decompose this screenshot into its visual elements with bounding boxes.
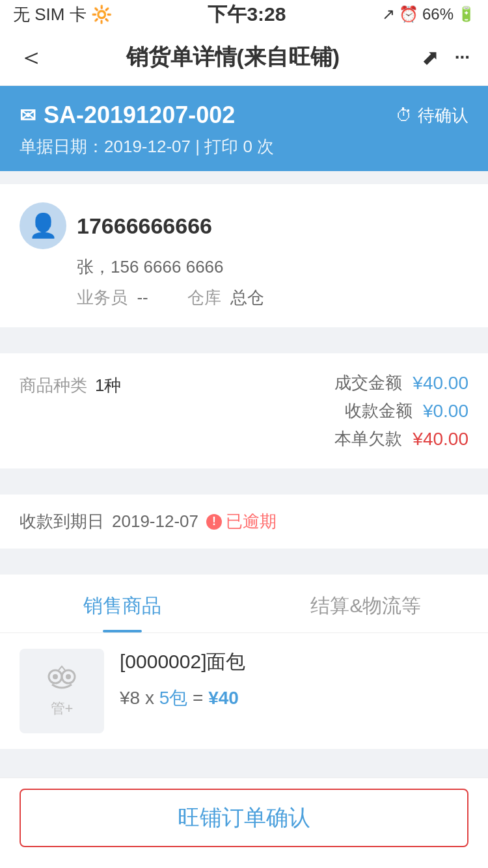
product-info: [0000002]面包 ¥8 x 5包 = ¥40: [120, 649, 468, 711]
due-amount: ¥40.00: [413, 429, 468, 450]
warehouse-label: 仓库 总仓: [187, 286, 264, 309]
total-text: ¥40: [208, 688, 239, 708]
status-time: 下午3:28: [208, 1, 286, 28]
order-header-card: ✉ SA-20191207-002 ⏱ 待确认 单据日期：2019-12-07 …: [0, 86, 488, 171]
summary-row: 商品种类 1种 成交金额 ¥40.00 收款金额 ¥0.00 本单欠款 ¥40.…: [20, 372, 468, 450]
nav-right: ⬈ ···: [422, 45, 470, 70]
bottom-btn-wrap: 旺铺订单确认: [0, 778, 488, 868]
status-right: ↗ ⏰ 66% 🔋: [382, 5, 475, 23]
customer-phone: 17666666666: [77, 213, 212, 239]
thumb-inner: 管+: [42, 664, 81, 718]
due-date-label: 收款到期日: [20, 510, 104, 533]
received-amount: ¥0.00: [423, 401, 468, 422]
summary-section: 商品种类 1种 成交金额 ¥40.00 收款金额 ¥0.00 本单欠款 ¥40.…: [0, 353, 488, 468]
quantity-text: 5包: [159, 688, 188, 708]
customer-top: 👤 17666666666: [20, 202, 468, 249]
product-price: ¥8 x 5包 = ¥40: [120, 686, 468, 711]
battery-status: 66%: [422, 5, 454, 23]
page-title: 销货单详情(来自旺铺): [126, 42, 340, 72]
product-name: [0000002]面包: [120, 649, 468, 675]
amounts: 成交金额 ¥40.00 收款金额 ¥0.00 本单欠款 ¥40.00: [334, 372, 468, 450]
tab-settlement[interactable]: 结算&物流等: [244, 575, 488, 632]
status-text: 待确认: [418, 104, 468, 127]
order-id-text: SA-20191207-002: [44, 102, 235, 129]
due-date-section: 收款到期日 2019-12-07 ! 已逾期: [0, 495, 488, 549]
customer-meta: 业务员 -- 仓库 总仓: [77, 286, 468, 309]
battery-icon: 🔋: [457, 6, 475, 23]
confirm-order-button[interactable]: 旺铺订单确认: [20, 789, 468, 847]
product-thumbnail: 管+: [20, 649, 104, 733]
customer-contact: 张，156 6666 6666: [77, 256, 468, 278]
overdue-indicator: ! 已逾期: [206, 510, 277, 533]
deal-amount: ¥40.00: [413, 373, 468, 394]
sim-status: 无 SIM 卡 🔆: [13, 3, 112, 26]
sales-label: 业务员 --: [77, 286, 148, 309]
svg-point-2: [53, 674, 58, 679]
equals-text: =: [187, 688, 208, 708]
price-text: ¥8 x: [120, 688, 159, 708]
product-type: 商品种类 1种: [20, 372, 121, 397]
divider-3: [0, 549, 488, 562]
back-button[interactable]: ＜: [18, 39, 44, 75]
tab-sales-products[interactable]: 销售商品: [0, 575, 244, 632]
order-id: ✉ SA-20191207-002: [20, 102, 235, 129]
divider-1: [0, 327, 488, 340]
status-bar: 无 SIM 卡 🔆 下午3:28 ↗ ⏰ 66% 🔋: [0, 0, 488, 29]
amount-row-due: 本单欠款 ¥40.00: [334, 427, 468, 450]
more-icon[interactable]: ···: [455, 47, 470, 68]
share-icon[interactable]: ⬈: [422, 45, 439, 70]
owl-logo-icon: [42, 664, 81, 696]
avatar-icon: 👤: [29, 212, 58, 239]
nav-left: ＜: [18, 39, 44, 75]
customer-section: 👤 17666666666 张，156 6666 6666 业务员 -- 仓库 …: [0, 184, 488, 327]
alarm-icon: ⏰: [399, 5, 418, 23]
order-doc-date: 单据日期：2019-12-07 | 打印 0 次: [20, 135, 468, 158]
warning-dot: !: [206, 514, 222, 530]
status-left: 无 SIM 卡 🔆: [13, 3, 112, 26]
overdue-text: 已逾期: [226, 510, 277, 533]
tab-section: 销售商品 结算&物流等 管+ [0000002]面包: [0, 575, 488, 749]
avatar: 👤: [20, 202, 66, 249]
order-status-badge: ⏱ 待确认: [396, 104, 468, 127]
amount-row-deal: 成交金额 ¥40.00: [334, 372, 468, 394]
brand-plus-text: 管+: [51, 699, 74, 718]
location-icon: ↗: [382, 5, 395, 23]
clock-icon: ⏱: [396, 105, 413, 126]
tab-header: 销售商品 结算&物流等: [0, 575, 488, 633]
amount-row-received: 收款金额 ¥0.00: [345, 400, 468, 422]
order-icon: ✉: [20, 104, 36, 127]
due-date-value: 2019-12-07: [112, 511, 198, 532]
divider-2: [0, 468, 488, 481]
product-item: 管+ [0000002]面包 ¥8 x 5包 = ¥40: [0, 633, 488, 749]
svg-point-3: [66, 674, 71, 679]
order-header-top: ✉ SA-20191207-002 ⏱ 待确认: [20, 102, 468, 129]
nav-bar: ＜ 销货单详情(来自旺铺) ⬈ ···: [0, 29, 488, 86]
